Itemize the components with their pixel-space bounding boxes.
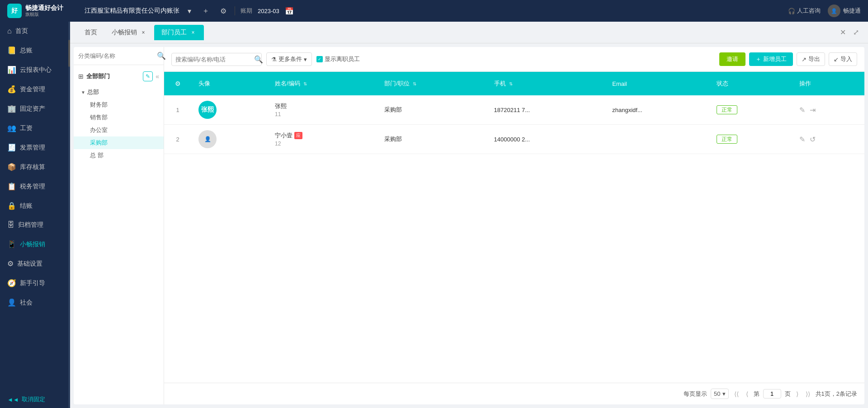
sidebar-item-guide[interactable]: 🧭 新手引导: [0, 273, 70, 293]
search-icon[interactable]: 🔍: [254, 55, 263, 64]
per-page-select[interactable]: 50 ▾: [711, 389, 728, 399]
add-employee-btn[interactable]: ＋ 新增员工: [749, 52, 793, 66]
sidebar-item-label: 首页: [15, 27, 28, 35]
refresh-icon[interactable]: ↺: [810, 135, 816, 144]
add-company-btn[interactable]: ＋: [199, 5, 212, 17]
expense-icon: 📱: [7, 240, 16, 249]
dept-edit-icon[interactable]: ✎: [143, 71, 153, 81]
cancel-pin-btn[interactable]: ◄◄ 取消固定: [0, 391, 70, 408]
sidebar-item-tax[interactable]: 📋 税务管理: [0, 177, 70, 196]
th-settings: ⚙: [164, 72, 191, 95]
th-status: 状态: [709, 72, 792, 95]
pagination-bar: 每页显示 50 ▾ ⟨⟨ ⟨ 第 页 ⟩ ⟩⟩ 共1页，2条记录: [164, 383, 864, 404]
dept-item-sales[interactable]: 销售部: [74, 111, 164, 124]
tab-expense[interactable]: 小畅报销 ×: [104, 25, 154, 40]
dept-item-hq[interactable]: 总 部: [74, 149, 164, 162]
sidebar-item-label: 发票管理: [20, 144, 45, 152]
th-email: Email: [605, 72, 709, 95]
td-name-code: 张熙 11: [268, 95, 377, 125]
filter-label: 更多条件: [278, 55, 302, 63]
per-page-label: 每页显示: [684, 390, 707, 398]
table-settings-icon[interactable]: ⚙: [171, 77, 184, 90]
tab-dept-employee[interactable]: 部门员工 ×: [154, 25, 204, 40]
funds-icon: 💰: [7, 85, 16, 94]
sidebar-item-reports[interactable]: 📊 云报表中心: [0, 60, 70, 80]
sort-icon-phone[interactable]: ⇅: [509, 81, 513, 86]
action-icons: ✎ ⇥: [799, 106, 857, 114]
sidebar-item-social[interactable]: 👤 社会: [0, 293, 70, 312]
dept-collapse-btn[interactable]: «: [156, 73, 159, 80]
export-btn[interactable]: ↗ 导出: [797, 52, 825, 66]
dept-item-finance[interactable]: 财务部: [74, 98, 164, 111]
guide-icon: 🧭: [7, 279, 16, 287]
filter-btn[interactable]: ⚗ 更多条件 ▾: [266, 52, 312, 66]
tab-close-expense[interactable]: ×: [140, 29, 147, 36]
settings-icon: ⚙: [7, 259, 14, 268]
edit-icon[interactable]: ✎: [799, 106, 805, 114]
th-phone: 手机 ⇅: [487, 72, 605, 95]
show-resigned-checkbox-label[interactable]: ✓ 显示离职员工: [316, 55, 360, 63]
sidebar-item-invoice[interactable]: 🧾 发票管理: [0, 138, 70, 157]
sidebar-item-label: 新手引导: [20, 279, 45, 287]
dept-list: ⊞ 全部部门 ✎ « ▼ 总部 财务部 销售部 办公室 采购部: [74, 65, 164, 404]
employee-search-input[interactable]: [175, 56, 251, 63]
company-dropdown-btn[interactable]: ▾: [185, 6, 194, 16]
dept-search-input[interactable]: [78, 52, 154, 59]
next-page-btn[interactable]: ⟩: [794, 389, 800, 399]
sidebar-item-funds[interactable]: 💰 资金管理: [0, 80, 70, 99]
expand-tab-btn[interactable]: ⤢: [851, 26, 861, 38]
export-label: 导出: [808, 55, 820, 63]
settings-btn[interactable]: ⚙: [217, 6, 229, 16]
sidebar-item-archive[interactable]: 🗄 归档管理: [0, 216, 70, 234]
sidebar-item-ledger[interactable]: 📒 总账: [0, 41, 70, 60]
dept-group-header-hq[interactable]: ▼ 总部: [74, 86, 164, 98]
dept-item-office[interactable]: 办公室: [74, 124, 164, 136]
toolbar-right: 邀请 ＋ 新增员工 ↗ 导出 ↙ 导入: [719, 52, 857, 66]
export-icon: ↗: [802, 56, 807, 63]
invite-btn[interactable]: 邀请: [719, 52, 745, 66]
sidebar-item-expense[interactable]: 📱 小畅报销: [0, 234, 70, 254]
th-phone-label: 手机: [494, 80, 506, 87]
logout-icon[interactable]: ⇥: [810, 106, 816, 114]
all-dept-row[interactable]: ⊞ 全部部门 ✎ «: [74, 69, 164, 84]
td-avatar: 张熙: [191, 95, 268, 125]
top-header: 好 畅捷通好会计 旗舰版 江西服宝精品有限责任公司内账张 ▾ ＋ ⚙ 账期 20…: [0, 0, 868, 22]
avatar: 👤: [198, 130, 217, 148]
tax-icon: 📋: [7, 182, 16, 191]
plus-icon: ＋: [755, 55, 761, 63]
sort-icon-name[interactable]: ⇅: [303, 81, 307, 86]
td-email: zhangxidf...: [605, 95, 709, 125]
import-btn[interactable]: ↙ 导入: [829, 52, 857, 66]
tab-close-dept[interactable]: ×: [189, 29, 197, 36]
sidebar-item-label: 总账: [20, 47, 33, 55]
sidebar-item-payroll[interactable]: 👥 工资: [0, 118, 70, 138]
support-btn[interactable]: 🎧 人工咨询: [788, 7, 821, 15]
employee-table: ⚙ 头像 姓名/编码 ⇅ 部门/职位 ⇅: [164, 72, 864, 383]
inner-content: 🔍 ⊞ 全部部门 ✎ « ▼ 总部 财务部: [74, 47, 864, 404]
last-page-btn[interactable]: ⟩⟩: [804, 389, 812, 399]
page-number-input[interactable]: [763, 389, 781, 399]
edit-icon[interactable]: ✎: [799, 135, 805, 144]
period-label: 账期: [241, 7, 252, 15]
pin-icon: ◄◄: [7, 396, 19, 403]
sidebar-item-close-period[interactable]: 🔒 结账: [0, 196, 70, 216]
name-code-block: 张熙 11: [275, 102, 370, 117]
prev-page-btn[interactable]: ⟨: [744, 389, 750, 399]
sidebar-item-home[interactable]: ⌂ 首页: [0, 22, 70, 41]
sidebar-item-inventory[interactable]: 📦 库存核算: [0, 157, 70, 177]
first-page-btn[interactable]: ⟨⟨: [732, 389, 741, 399]
close-tab-btn[interactable]: ✕: [838, 26, 848, 38]
tab-home[interactable]: 首页: [77, 25, 104, 40]
sort-icon-dept[interactable]: ⇅: [413, 81, 416, 86]
action-icons: ✎ ↺: [799, 135, 857, 144]
user-area[interactable]: 👤 畅捷通: [828, 5, 861, 17]
logo-icon: 好: [7, 4, 22, 18]
calendar-icon[interactable]: 📅: [285, 7, 294, 15]
sidebar-item-fixed-assets[interactable]: 🏢 固定资产: [0, 99, 70, 118]
import-label: 导入: [840, 55, 852, 63]
dept-item-purchase[interactable]: 采购部: [74, 136, 164, 149]
table-row: 1 张熙 张熙 11 采购部: [164, 95, 864, 125]
table-body: 1 张熙 张熙 11 采购部: [164, 95, 864, 154]
sidebar-item-settings[interactable]: ⚙ 基础设置: [0, 254, 70, 273]
main-layout: ⌂ 首页 📒 总账 📊 云报表中心 💰 资金管理 🏢 固定资产 👥 工资 🧾 发…: [0, 22, 868, 408]
